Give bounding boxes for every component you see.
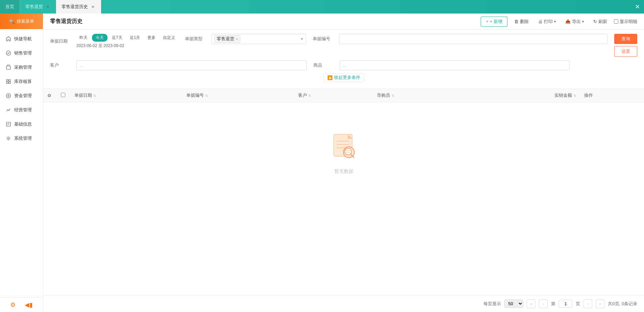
svg-rect-7 <box>6 122 10 126</box>
settings-button[interactable]: 设置 <box>614 46 637 57</box>
sidebar-item-inventory[interactable]: 库存核算 <box>0 74 43 89</box>
tab-home[interactable]: 首页 <box>0 0 20 14</box>
page-label: 第 <box>551 301 555 307</box>
operations-icon <box>5 107 11 113</box>
goods-label: 商品 <box>313 62 337 68</box>
prev-page-button[interactable]: ‹ <box>539 299 548 308</box>
doc-type-dropdown-arrow: ▾ <box>301 37 303 41</box>
basic-info-icon <box>5 121 11 127</box>
per-page-select[interactable]: 50 10 20 100 <box>504 299 523 308</box>
doc-type-tag-text: 零售退货 <box>217 36 234 42</box>
export-button[interactable]: 📤 导出 ▾ <box>563 17 587 26</box>
customer-filter-cell: 客户 ... <box>50 60 307 70</box>
th-customer[interactable]: 客户 ⇅ <box>294 89 373 102</box>
sidebar-footer: ⚙ ◀▮ <box>0 297 43 312</box>
doc-number-input[interactable] <box>339 34 607 44</box>
tab-retail-return-history-close[interactable]: ✕ <box>90 4 95 9</box>
settings-icon[interactable]: ⚙ <box>47 93 51 98</box>
last-page-button[interactable]: » <box>596 299 604 308</box>
plus-icon: + <box>486 19 488 24</box>
doc-type-tag-close[interactable]: × <box>236 37 238 41</box>
doc-type-filter-cell: 单据类型 零售退货 × ▾ <box>185 34 306 44</box>
page-suffix: 页 <box>576 301 580 307</box>
collapse-label: 收起更多条件 <box>334 74 360 81</box>
doc-type-select[interactable]: 零售退货 × ▾ <box>211 34 306 44</box>
tab-retail-return[interactable]: 零售退货 ✕ <box>20 0 56 14</box>
th-checkbox[interactable] <box>57 89 70 102</box>
content-area: 零售退货历史 + + 新增 🗑 删除 🖨 打印 ▾ 📤 导出 <box>43 14 644 312</box>
svg-point-8 <box>8 138 9 139</box>
th-doc-date[interactable]: 单据日期 ⇅ <box>70 89 182 102</box>
th-action-label: 操作 <box>584 93 593 98</box>
main-layout: 🔍 搜索菜单 快捷导航 销售管理 采购管理 <box>0 14 644 312</box>
sidebar-search-label: 搜索菜单 <box>17 18 34 24</box>
system-icon <box>5 135 11 141</box>
sales-icon <box>5 50 11 56</box>
sidebar-item-sales-mgmt[interactable]: 销售管理 <box>0 46 43 60</box>
delete-button[interactable]: 🗑 删除 <box>511 17 531 26</box>
show-detail-checkbox-label[interactable]: 显示明细 <box>614 19 637 25</box>
inventory-icon <box>5 79 11 85</box>
show-detail-checkbox[interactable] <box>614 19 618 24</box>
tab-retail-return-close[interactable]: ✕ <box>45 4 50 9</box>
page-input[interactable]: 1 <box>559 300 572 308</box>
date-1month-btn[interactable]: 近1月 <box>127 34 143 42</box>
date-filter-group: 昨天 今天 近7天 近1月 更多 自定义 2023-06-02 至 2023-0… <box>76 34 178 49</box>
sidebar-search[interactable]: 🔍 搜索菜单 <box>0 14 43 29</box>
data-table: ⚙ 单据日期 ⇅ 单据编号 ⇅ <box>43 89 644 202</box>
select-all-checkbox[interactable] <box>61 93 65 97</box>
guide-sort-icon: ⇅ <box>391 94 394 97</box>
tab-home-label: 首页 <box>5 4 14 10</box>
customer-placeholder: ... <box>79 63 84 68</box>
empty-icon <box>327 129 361 163</box>
goods-select[interactable]: ... <box>340 60 570 70</box>
refresh-button[interactable]: ↻ 刷新 <box>591 17 610 26</box>
export-dropdown-icon: ▾ <box>582 20 584 23</box>
svg-point-6 <box>6 94 11 98</box>
query-button[interactable]: 查询 <box>614 34 637 44</box>
date-filter-label: 单据日期 <box>50 38 74 44</box>
date-today-btn[interactable]: 今天 <box>92 34 108 42</box>
doc-date-sort-icon: ⇅ <box>93 94 96 97</box>
doc-type-label: 单据类型 <box>185 36 209 42</box>
sidebar-item-system-mgmt[interactable]: 系统管理 <box>0 131 43 146</box>
doc-type-tag: 零售退货 × <box>214 35 240 43</box>
settings-footer-icon[interactable]: ⚙ <box>10 301 16 309</box>
date-more-btn[interactable]: 更多 <box>144 34 159 42</box>
date-custom-btn[interactable]: 自定义 <box>160 34 178 42</box>
window-close-button[interactable]: ✕ <box>630 0 644 14</box>
th-doc-number[interactable]: 单据编号 ⇅ <box>182 89 294 102</box>
sidebar-item-purchase-mgmt[interactable]: 采购管理 <box>0 60 43 74</box>
svg-rect-1 <box>6 66 10 69</box>
customer-select[interactable]: ... <box>76 60 307 70</box>
print-button[interactable]: 🖨 打印 ▾ <box>535 17 558 26</box>
pagination-bar: 每页显示 50 10 20 100 « ‹ 第 1 页 › » 共0页, 0条记… <box>43 295 644 312</box>
sidebar-item-basic-info[interactable]: 基础信息 <box>0 117 43 131</box>
th-amount[interactable]: 实销金额 ⇅ <box>468 89 580 102</box>
sidebar-item-finance[interactable]: 资金管理 <box>0 89 43 103</box>
th-action: 操作 <box>580 89 644 102</box>
sidebar-item-sales-label: 销售管理 <box>14 50 32 56</box>
sidebar-item-quick-nav-label: 快捷导航 <box>14 36 32 42</box>
collapse-button[interactable]: 🔼 收起更多条件 <box>324 73 364 82</box>
purchase-icon <box>5 64 11 70</box>
print-icon: 🖨 <box>538 19 543 24</box>
svg-point-0 <box>6 51 11 55</box>
sidebar-item-finance-label: 资金管理 <box>14 93 32 99</box>
tab-retail-return-history[interactable]: 零售退货历史 ✕ <box>56 0 101 14</box>
first-page-button[interactable]: « <box>527 299 535 308</box>
export-icon: 📤 <box>565 19 571 24</box>
date-yesterday-btn[interactable]: 昨天 <box>76 34 91 42</box>
th-settings[interactable]: ⚙ <box>43 89 57 102</box>
sidebar-item-quick-nav[interactable]: 快捷导航 <box>0 32 43 46</box>
date-filter-cell: 单据日期 昨天 今天 近7天 近1月 更多 自定义 2023-06-02 至 2… <box>50 34 178 49</box>
th-guide[interactable]: 导购员 ⇅ <box>373 89 468 102</box>
per-page-label: 每页显示 <box>483 301 501 307</box>
date-7days-btn[interactable]: 近7天 <box>109 34 125 42</box>
sidebar-item-operations[interactable]: 经营管理 <box>0 103 43 117</box>
svg-rect-2 <box>6 80 8 81</box>
next-page-button[interactable]: › <box>583 299 592 308</box>
doc-number-filter-cell: 单据编号 <box>313 34 607 44</box>
audio-footer-icon[interactable]: ◀▮ <box>25 301 33 309</box>
new-button[interactable]: + + 新增 <box>481 17 507 27</box>
